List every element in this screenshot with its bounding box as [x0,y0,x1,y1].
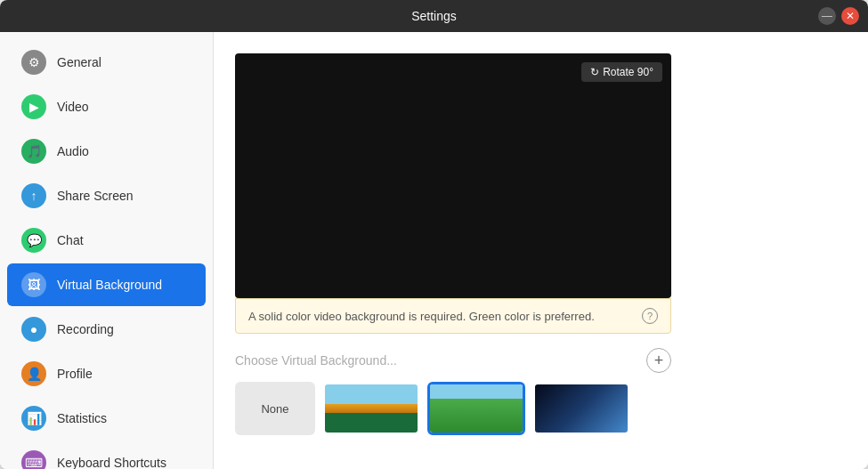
sidebar-item-keyboard-shortcuts[interactable]: ⌨Keyboard Shortcuts [7,441,206,469]
close-button[interactable]: ✕ [841,7,859,25]
sidebar-item-label-audio: Audio [57,144,89,158]
settings-window: Settings — ✕ ⚙General▶Video🎵Audio↑Share … [0,0,868,469]
share-screen-icon: ↑ [21,183,46,208]
vbg-chooser: Choose Virtual Background... + None [235,348,671,435]
thumbnail-space[interactable] [532,382,630,435]
sidebar-item-label-profile: Profile [57,367,93,381]
sidebar-item-label-video: Video [57,100,89,114]
thumbnail-grass[interactable] [427,382,525,435]
thumbnail-image-space [535,384,628,433]
audio-icon: 🎵 [21,139,46,164]
solid-color-notice: A solid color video background is requir… [235,298,671,334]
recording-icon: ● [21,317,46,342]
thumbnail-image-golden-gate [325,384,418,433]
sidebar-item-recording[interactable]: ●Recording [7,308,206,351]
window-title: Settings [411,9,457,23]
thumbnail-image-grass [430,384,523,433]
sidebar-item-label-recording: Recording [57,322,114,336]
sidebar-item-label-general: General [57,55,101,69]
window-controls: — ✕ [818,7,859,25]
sidebar-item-label-statistics: Statistics [57,411,107,425]
statistics-icon: 📊 [21,406,46,431]
keyboard-shortcuts-icon: ⌨ [21,450,46,469]
general-icon: ⚙ [21,50,46,75]
add-background-button[interactable]: + [646,348,671,373]
thumbnail-none[interactable]: None [235,382,315,435]
sidebar-item-label-chat: Chat [57,233,84,247]
sidebar-item-label-virtual-background: Virtual Background [57,278,162,292]
sidebar-item-label-keyboard-shortcuts: Keyboard Shortcuts [57,456,166,469]
sidebar-item-share-screen[interactable]: ↑Share Screen [7,174,206,217]
video-icon: ▶ [21,94,46,119]
sidebar-item-audio[interactable]: 🎵Audio [7,130,206,173]
main-content: ↻ Rotate 90° A solid color video backgro… [214,32,868,469]
sidebar-item-video[interactable]: ▶Video [7,85,206,128]
profile-icon: 👤 [21,361,46,386]
sidebar-item-label-share-screen: Share Screen [57,189,134,203]
rotate-button[interactable]: ↻ Rotate 90° [581,62,662,82]
vbg-chooser-header: Choose Virtual Background... + [235,348,671,373]
thumbnail-golden-gate[interactable] [322,382,420,435]
choose-placeholder: Choose Virtual Background... [235,353,397,368]
minimize-button[interactable]: — [818,7,836,25]
content-area: ⚙General▶Video🎵Audio↑Share Screen💬Chat🖼V… [0,32,868,469]
notice-text: A solid color video background is requir… [248,310,595,323]
virtual-background-icon: 🖼 [21,272,46,297]
rotate-label: Rotate 90° [603,66,653,78]
chat-icon: 💬 [21,228,46,253]
sidebar-item-chat[interactable]: 💬Chat [7,219,206,262]
sidebar: ⚙General▶Video🎵Audio↑Share Screen💬Chat🖼V… [0,32,214,469]
video-preview: ↻ Rotate 90° [235,53,671,298]
help-icon[interactable]: ? [642,308,658,324]
titlebar: Settings — ✕ [0,0,868,32]
sidebar-item-profile[interactable]: 👤Profile [7,352,206,395]
sidebar-item-general[interactable]: ⚙General [7,41,206,84]
vbg-thumbnails: None [235,382,671,435]
sidebar-item-virtual-background[interactable]: 🖼Virtual Background [7,263,206,306]
sidebar-item-statistics[interactable]: 📊Statistics [7,397,206,440]
rotate-icon: ↻ [590,66,599,78]
